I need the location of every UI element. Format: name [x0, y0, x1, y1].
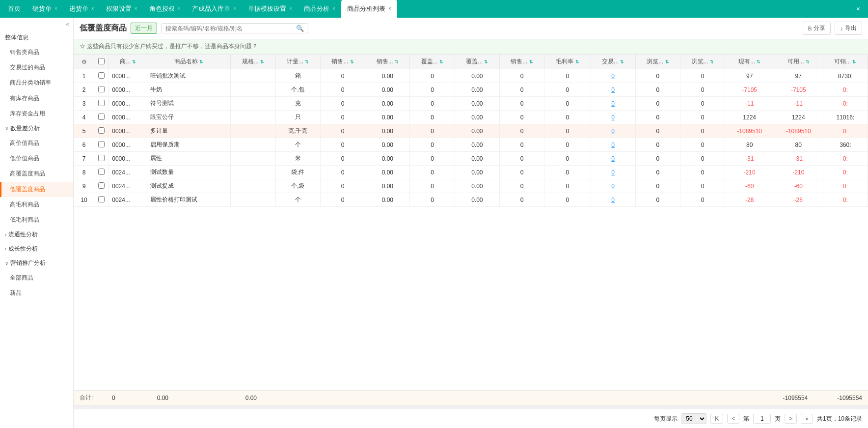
sidebar-item-high-value[interactable]: 高价值商品: [0, 136, 73, 151]
row-checkbox[interactable]: [94, 138, 109, 152]
row-trade[interactable]: 0: [591, 193, 635, 207]
sidebar-collapse-button[interactable]: «: [0, 18, 73, 30]
th-sales-amt[interactable]: 销售... ⇅: [365, 55, 410, 69]
nav-home[interactable]: 首页: [2, 0, 27, 18]
th-sales-qty[interactable]: 销售... ⇅: [320, 55, 365, 69]
sidebar-item-high-margin[interactable]: 高毛利商品: [0, 197, 73, 212]
row-checkbox[interactable]: [94, 152, 109, 166]
row-trade[interactable]: 0: [591, 166, 635, 179]
th-current-stock[interactable]: 现有... ⇅: [725, 55, 774, 69]
row-checkbox[interactable]: [94, 124, 109, 138]
th-checkbox[interactable]: [94, 55, 109, 69]
nav-close-product-storage[interactable]: ×: [233, 0, 236, 18]
row-available: -1089510: [774, 124, 823, 138]
share-button[interactable]: ⎘ 分享: [803, 22, 831, 35]
th-gross-margin[interactable]: 毛利率 ⇅: [544, 55, 591, 69]
row-checkbox[interactable]: [94, 166, 109, 179]
nav-product-analysis-list[interactable]: 商品分析列表 ×: [341, 0, 397, 18]
sidebar-group-marketing[interactable]: ∨ 营销推广分析: [0, 256, 73, 270]
th-coverage1[interactable]: 覆盖... ⇅: [410, 55, 455, 69]
sidebar-group-flow[interactable]: › 流通性分析: [0, 228, 73, 242]
th-code[interactable]: 商... ⇅: [109, 55, 147, 69]
sidebar-item-low-margin[interactable]: 低毛利商品: [0, 212, 73, 228]
sidebar-item-inventory-capital[interactable]: 库存资金占用: [0, 106, 73, 121]
row-trade[interactable]: 0: [591, 124, 635, 138]
search-input[interactable]: [165, 25, 294, 32]
row-code: 0000...: [109, 124, 147, 138]
row-trade[interactable]: 0: [591, 69, 635, 83]
nav-close-template-settings[interactable]: ×: [289, 0, 292, 18]
row-trade[interactable]: 0: [591, 97, 635, 111]
row-code: 0024...: [109, 166, 147, 179]
row-trade[interactable]: 0: [591, 111, 635, 124]
row-checkbox[interactable]: [94, 179, 109, 193]
th-sellable[interactable]: 可销... ⇅: [823, 55, 868, 69]
row-code: 0024...: [109, 179, 147, 193]
page-size-select[interactable]: 50 100 200: [681, 413, 706, 424]
nav-role-auth[interactable]: 角色授权 ×: [143, 0, 187, 18]
footer-label: 合计:: [80, 394, 93, 402]
th-sales-pct[interactable]: 销售... ⇅: [499, 55, 544, 69]
export-button[interactable]: ↓ 导出: [835, 22, 862, 35]
nav-product-analysis[interactable]: 商品分析 ×: [298, 0, 341, 18]
sidebar-group-quantity[interactable]: ∨ 数量差分析: [0, 121, 73, 136]
row-trade[interactable]: 0: [591, 138, 635, 152]
th-settings[interactable]: ⚙: [74, 55, 94, 69]
nav-permission-settings[interactable]: 权限设置 ×: [100, 0, 143, 18]
row-checkbox[interactable]: [94, 83, 109, 97]
sidebar-item-sales-goods[interactable]: 销售类商品: [0, 45, 73, 60]
sidebar-group-overall[interactable]: 整体信息: [0, 30, 73, 45]
row-trade[interactable]: 0: [591, 179, 635, 193]
row-name: 测试数量: [147, 166, 230, 179]
th-browse2[interactable]: 浏览... ⇅: [680, 55, 725, 69]
footer-c2: 0.00: [226, 395, 275, 401]
row-gross-margin: 0: [544, 152, 591, 166]
sidebar-item-all-goods[interactable]: 全部商品: [0, 270, 73, 285]
th-coverage2[interactable]: 覆盖... ⇅: [455, 55, 499, 69]
prev-page-button[interactable]: <: [727, 414, 739, 424]
sidebar-item-low-value[interactable]: 低价值商品: [0, 151, 73, 166]
th-name[interactable]: 商品名称 ⇅: [147, 55, 230, 69]
select-all-checkbox[interactable]: [98, 58, 105, 64]
sidebar-item-low-coverage[interactable]: 低覆盖度商品: [0, 182, 73, 197]
nav-close-product-analysis[interactable]: ×: [332, 0, 335, 18]
nav-template-settings[interactable]: 单据模板设置 ×: [242, 0, 298, 18]
th-browse1[interactable]: 浏览... ⇅: [635, 55, 680, 69]
row-checkbox[interactable]: [94, 97, 109, 111]
row-trade[interactable]: 0: [591, 152, 635, 166]
last-page-button[interactable]: »: [801, 414, 813, 424]
th-spec[interactable]: 规格... ⇅: [231, 55, 275, 69]
nav-close-role-auth[interactable]: ×: [178, 0, 181, 18]
sidebar-item-new-goods[interactable]: 新品: [0, 285, 73, 301]
row-checkbox[interactable]: [94, 111, 109, 124]
sidebar-item-in-stock-goods[interactable]: 有库存商品: [0, 91, 73, 106]
row-trade[interactable]: 0: [591, 83, 635, 97]
nav-product-storage[interactable]: 产成品入库单 ×: [186, 0, 242, 18]
th-available[interactable]: 可用... ⇅: [774, 55, 823, 69]
row-checkbox[interactable]: [94, 193, 109, 207]
nav-sales-order[interactable]: 销货单 ×: [27, 0, 63, 18]
nav-close-product-analysis-list[interactable]: ×: [388, 0, 391, 18]
table-row: 7 0000... 属性 米 0 0.00 0 0.00 0 0 0 0 0 -…: [74, 152, 868, 166]
sidebar-item-traded-goods[interactable]: 交易过的商品: [0, 60, 73, 75]
th-unit[interactable]: 计量... ⇅: [275, 55, 320, 69]
row-unit: 克: [275, 97, 320, 111]
time-filter-button[interactable]: 近一月: [131, 23, 157, 34]
nav-close-sales-order[interactable]: ×: [54, 0, 57, 18]
first-page-button[interactable]: K: [710, 414, 723, 424]
th-trade[interactable]: 交易... ⇅: [591, 55, 635, 69]
sidebar-group-growth[interactable]: › 成长性分析: [0, 242, 73, 256]
row-browse2: 0: [680, 111, 725, 124]
sidebar-item-category-turnover[interactable]: 商品分类动销率: [0, 75, 73, 90]
nav-close-purchase-order[interactable]: ×: [91, 0, 94, 18]
row-checkbox[interactable]: [94, 69, 109, 83]
page-number-input[interactable]: [753, 414, 771, 424]
row-unit: 个: [275, 138, 320, 152]
row-no: 10: [74, 193, 94, 207]
sidebar-item-high-coverage[interactable]: 高覆盖度商品: [0, 166, 73, 181]
nav-close-permission-settings[interactable]: ×: [135, 0, 137, 18]
row-browse2: 0: [680, 83, 725, 97]
nav-purchase-order[interactable]: 进货单 ×: [63, 0, 100, 18]
next-page-button[interactable]: >: [785, 414, 797, 424]
window-close-button[interactable]: ×: [850, 5, 866, 13]
